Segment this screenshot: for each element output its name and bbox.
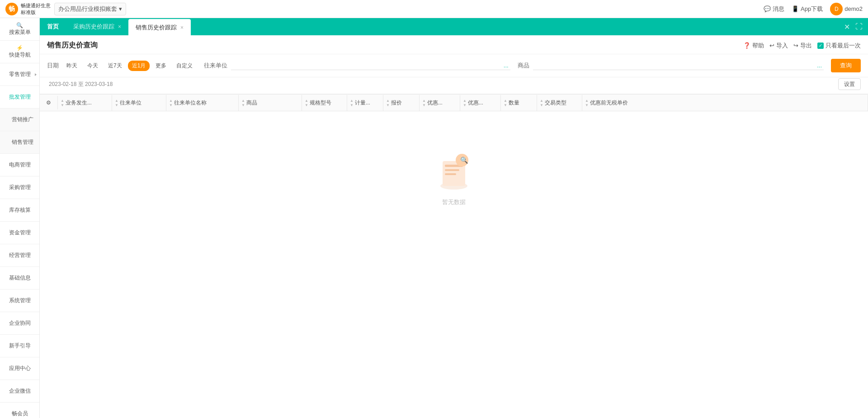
date-pill-today[interactable]: 今天 (83, 61, 102, 71)
th-product[interactable]: ▲▼ 商品 (239, 95, 302, 111)
export-icon: ↪ (793, 42, 798, 49)
header-left: 畅 畅捷通好生意 标准版 办公用品行业模拟账套 ▾ (5, 2, 126, 15)
logo-icon: 畅 (5, 3, 18, 15)
sidebar-item-purchase[interactable]: 采购管理 (0, 176, 39, 199)
sidebar: 🔍 搜索菜单 ⚡ 快捷导航 零售管理 批发管理 营销推广 销售管理 电商管理 采… (0, 18, 40, 418)
message-action[interactable]: 💬 消息 (764, 5, 784, 13)
th-disc1[interactable]: ▲▼ 优惠... (420, 95, 460, 111)
sidebar-item-basic-info[interactable]: 基础信息 (0, 267, 39, 290)
th-date[interactable]: ▲▼ 业务发生... (58, 95, 112, 111)
nav-icon: ⚡ (16, 45, 23, 51)
avatar: D (830, 3, 843, 15)
chevron-down-icon: ▾ (119, 5, 122, 12)
sidebar-item-marketing[interactable]: 营销推广 (0, 109, 39, 131)
date-range-text: 2023-02-18 至 2023-03-18 (49, 81, 113, 88)
checkbox-icon: ✓ (817, 43, 824, 49)
tab-close-purchase[interactable]: × (118, 24, 121, 30)
export-link[interactable]: ↪ 导出 (793, 42, 812, 50)
empty-state: 🔍 暂无数据 (40, 111, 868, 242)
fullscreen-button[interactable]: ⛶ (854, 21, 864, 33)
partner-filter-input[interactable]: ... (231, 61, 510, 70)
sidebar-item-app-center[interactable]: 应用中心 (0, 357, 39, 380)
tab-close-sales[interactable]: × (180, 24, 184, 31)
sidebar-item-sales[interactable]: 销售管理 (0, 131, 39, 154)
date-pill-yesterday[interactable]: 昨天 (62, 61, 81, 71)
main-layout: 🔍 搜索菜单 ⚡ 快捷导航 零售管理 批发管理 营销推广 销售管理 电商管理 采… (0, 18, 868, 418)
th-settings[interactable]: ⚙ (40, 96, 58, 109)
page-header-actions: ❓ 帮助 ↩ 导入 ↪ 导出 ✓ 只看最后一次 (743, 42, 861, 50)
table-header: ⚙ ▲▼ 业务发生... ▲▼ 往来单位 ▲▼ 往来单位名称 (40, 94, 868, 111)
th-price[interactable]: ▲▼ 报价 (383, 95, 420, 111)
sidebar-item-membership[interactable]: 畅会员 (0, 403, 39, 418)
sidebar-item-ecommerce[interactable]: 电商管理 (0, 154, 39, 176)
partner-dots[interactable]: ... (504, 62, 509, 69)
partner-filter-group: 往来单位 ... (204, 61, 510, 70)
product-dots[interactable]: ... (817, 62, 822, 69)
date-pill-custom[interactable]: 自定义 (172, 61, 197, 71)
import-icon: ↩ (769, 42, 774, 49)
th-type[interactable]: ▲▼ 交易类型 (537, 95, 582, 111)
date-pill-7days[interactable]: 近7天 (104, 61, 126, 71)
sidebar-item-collaboration[interactable]: 企业协同 (0, 312, 39, 335)
product-filter-group: 商品 ... (518, 61, 824, 70)
filter-bar: 日期 昨天 今天 近7天 近1月 更多 自定义 往来单位 ... (40, 54, 868, 77)
user-action[interactable]: D demo2 (830, 3, 863, 15)
sidebar-item-search-menu[interactable]: 🔍 搜索菜单 (0, 18, 39, 41)
th-partner-name[interactable]: ▲▼ 往来单位名称 (166, 95, 239, 111)
close-all-tabs-button[interactable]: ✕ (842, 21, 852, 33)
help-link[interactable]: ❓ 帮助 (743, 42, 764, 50)
tab-sales-history[interactable]: 销售历史价跟踪 × (128, 19, 191, 36)
sidebar-item-wechat[interactable]: 企业微信 (0, 380, 39, 403)
date-pill-1month[interactable]: 近1月 (128, 61, 150, 71)
partner-filter-label: 往来单位 (204, 62, 227, 70)
sidebar-item-wholesale[interactable]: 批发管理 (0, 86, 39, 109)
product-filter-label: 商品 (518, 62, 529, 70)
sort-arrows-spec: ▲▼ (305, 99, 308, 107)
sidebar-item-retail[interactable]: 零售管理 (0, 63, 39, 86)
only-last-checkbox[interactable]: ✓ 只看最后一次 (817, 42, 861, 50)
sidebar-item-quick-nav[interactable]: ⚡ 快捷导航 (0, 41, 39, 63)
page-content: 销售历史价查询 ❓ 帮助 ↩ 导入 ↪ 导出 ✓ (40, 35, 868, 418)
sort-arrows-partner-name: ▲▼ (169, 99, 173, 107)
header-right: 💬 消息 📱 App下载 D demo2 (764, 3, 863, 15)
app-selector[interactable]: 办公用品行业模拟账套 ▾ (54, 3, 126, 15)
sort-arrows-qty: ▲▼ (504, 99, 507, 107)
th-partner-code[interactable]: ▲▼ 往来单位 (112, 95, 166, 111)
tab-purchase-history[interactable]: 采购历史价跟踪 × (66, 18, 128, 35)
top-header: 畅 畅捷通好生意 标准版 办公用品行业模拟账套 ▾ 💬 消息 📱 App下载 D… (0, 0, 868, 18)
help-icon: ❓ (743, 42, 750, 49)
logo-area: 畅 畅捷通好生意 标准版 (5, 2, 51, 15)
settings-button[interactable]: 设置 (838, 78, 861, 90)
sort-arrows-unit: ▲▼ (350, 99, 354, 107)
sidebar-item-inventory[interactable]: 库存核算 (0, 199, 39, 222)
empty-text: 暂无数据 (442, 198, 466, 206)
sort-arrows-disc2: ▲▼ (463, 99, 467, 107)
content-area: 首页 采购历史价跟踪 × 销售历史价跟踪 × ✕ ⛶ 销售历史价查询 (40, 18, 868, 418)
date-filter-group: 日期 昨天 今天 近7天 近1月 更多 自定义 (47, 61, 197, 71)
date-filter-label: 日期 (47, 62, 59, 70)
sidebar-item-newbie[interactable]: 新手引导 (0, 335, 39, 357)
sidebar-item-finance[interactable]: 资金管理 (0, 222, 39, 244)
date-pill-more[interactable]: 更多 (151, 61, 170, 71)
sidebar-item-operation[interactable]: 经营管理 (0, 244, 39, 267)
th-disc2[interactable]: ▲▼ 优惠... (460, 95, 501, 111)
app-download-action[interactable]: 📱 App下载 (792, 5, 823, 13)
message-icon: 💬 (764, 5, 771, 12)
sort-arrows-type: ▲▼ (540, 99, 543, 107)
search-button[interactable]: 查询 (831, 59, 861, 72)
svg-rect-4 (445, 173, 456, 175)
date-pills: 昨天 今天 近7天 近1月 更多 自定义 (62, 61, 197, 71)
empty-illustration: 🔍 (431, 147, 476, 193)
tab-home[interactable]: 首页 (40, 18, 66, 35)
tabs-bar: 首页 采购历史价跟踪 × 销售历史价跟踪 × ✕ ⛶ (40, 18, 868, 35)
import-link[interactable]: ↩ 导入 (769, 42, 788, 50)
th-qty[interactable]: ▲▼ 数量 (501, 95, 537, 111)
product-filter-input[interactable]: ... (533, 61, 824, 70)
th-spec[interactable]: ▲▼ 规格型号 (302, 95, 347, 111)
th-notax[interactable]: ▲▼ 优惠前无税单价 (582, 95, 868, 111)
sort-arrows-date: ▲▼ (61, 99, 64, 107)
sort-arrows-notax: ▲▼ (585, 99, 589, 107)
settings-icon: ⚙ (46, 100, 51, 106)
th-unit[interactable]: ▲▼ 计量... (347, 95, 383, 111)
sidebar-item-system[interactable]: 系统管理 (0, 290, 39, 312)
